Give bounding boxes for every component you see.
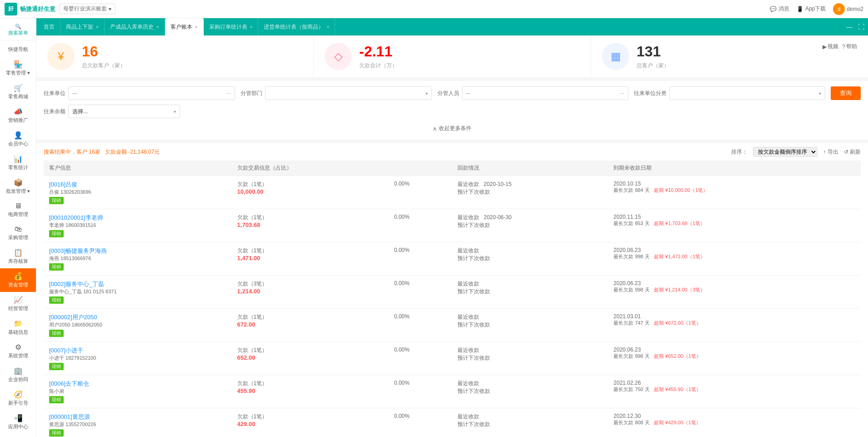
due-date-cell: 2020.10.15 最长欠款 884 天 超期 ¥10,000.00（1笔） — [608, 176, 861, 209]
debt-amount[interactable]: 672.00 — [237, 321, 383, 328]
tab-import-stats[interactable]: 进货单统计表（按商品） × — [258, 18, 335, 35]
filter-unit-class-select[interactable]: ▾ — [669, 86, 825, 100]
customer-phone: 李老师 18600391516 — [49, 222, 226, 229]
top-bar-left: 好 畅捷通好生意 母婴行业演示账套 ▾ — [5, 3, 770, 15]
overdue-link[interactable]: 超期 ¥1,214.00（3笔） — [654, 287, 705, 292]
overdue-link[interactable]: 超期 ¥455.90（1笔） — [654, 387, 701, 392]
filter-balance-select[interactable]: 选择... ▾ — [68, 105, 180, 118]
sidebar-item-inventory[interactable]: 📋 库存核算 — [0, 245, 36, 268]
customer-info-cell: [0002]服务中心_丁磊 服务中心_丁磊 181 0125 8371 现销 — [44, 276, 232, 309]
debt-amount[interactable]: 10,000.00 — [237, 188, 383, 195]
sidebar-item-retail-stats-label: 零售统计 — [8, 165, 28, 170]
sidebar-item-finance[interactable]: 💰 资金管理 — [0, 268, 36, 292]
tab-product-shelf[interactable]: 商品上下架 × — [60, 18, 105, 35]
sidebar-item-enterprise-label: 企业协同 — [8, 377, 28, 382]
filter-source-unit: 往来单位 ··· — [44, 86, 235, 100]
sidebar-item-enterprise[interactable]: 🏢 企业协同 — [0, 363, 36, 387]
customer-name-link[interactable]: [0016]吕俊 — [49, 181, 226, 189]
app-download-button[interactable]: 📱 App下载 — [797, 5, 826, 13]
sidebar-item-basic-info[interactable]: 📁 基础信息 — [0, 316, 36, 339]
sidebar-item-batch-mgmt[interactable]: 📦 批发管理 ▾ — [0, 175, 36, 198]
stat-icon-2: ◇ — [325, 43, 352, 70]
sidebar-item-ecommerce[interactable]: 🖥 电商管理 — [0, 198, 36, 221]
debt-amount[interactable]: 1,703.68 — [237, 221, 383, 228]
help-button[interactable]: ? 帮助 — [842, 43, 857, 50]
customer-name-link[interactable]: [0002]服务中心_丁磊 — [49, 280, 226, 288]
filter-source-unit-input[interactable]: ··· — [68, 86, 235, 100]
tab-product-shelf-close[interactable]: × — [96, 25, 99, 30]
results-debt-value: -21,148.07元 — [128, 149, 160, 155]
debt-ratio-cell: 0.00% — [389, 276, 452, 309]
stat-icon-3: ▦ — [602, 43, 629, 70]
sidebar-search[interactable]: 🔍 搜索菜单 — [0, 22, 36, 40]
debt-count: 欠款（1笔） — [237, 247, 383, 255]
refresh-button[interactable]: ↺ 刷新 — [844, 148, 861, 156]
debt-ratio: 0.00% — [394, 313, 447, 320]
customer-name-link[interactable]: [0006]去下粮仓 — [49, 380, 226, 388]
collapse-button[interactable]: ∧ 收起更多条件 — [44, 123, 861, 134]
overdue-link[interactable]: 超期 ¥1,471.00（1笔） — [654, 254, 705, 259]
tab-home[interactable]: 首页 — [38, 18, 60, 35]
tab-purchase-stats[interactable]: 采购订单统计表 × — [204, 18, 259, 35]
tab-import-stats-close[interactable]: × — [326, 25, 329, 30]
overdue-link[interactable]: 超期 ¥10,000.00（1笔） — [654, 187, 708, 193]
filter-person-input[interactable]: ··· — [462, 86, 629, 100]
filter-dept-select[interactable]: ▾ — [265, 86, 432, 100]
sidebar-item-retail-stats[interactable]: 📊 零售统计 — [0, 151, 36, 175]
debt-info-cell: 欠款（1笔） 672.00 — [232, 309, 389, 342]
overdue-link[interactable]: 超期 ¥672.00（1笔） — [654, 320, 701, 326]
collapse-icon: ∧ — [433, 126, 437, 132]
collect-next: 预计下次收款 — [457, 321, 603, 329]
customer-name-link[interactable]: [0007]小进干 — [49, 347, 226, 355]
customer-name-link[interactable]: [000002]用户2050 — [49, 313, 226, 321]
debt-amount[interactable]: 1,471.00 — [237, 255, 383, 261]
sidebar-item-marketing[interactable]: 📣 营销推广 — [0, 104, 36, 127]
tab-customer-account[interactable]: 客户账本 × — [165, 18, 204, 35]
stat-value-3: 131 — [637, 43, 815, 60]
org-selector[interactable]: 母婴行业演示账套 ▾ — [59, 4, 115, 14]
video-button[interactable]: ▶ 视频 — [823, 43, 838, 50]
tab-purchase-stats-close[interactable]: × — [250, 25, 253, 30]
sidebar-item-operations[interactable]: 📈 经营管理 — [0, 292, 36, 316]
sidebar-item-purchase[interactable]: 🛍 采购管理 — [0, 221, 36, 245]
customer-info-cell: [0016]吕俊 吕俊 13026203696 现销 — [44, 176, 232, 209]
customer-name-link[interactable]: [0003]畅捷服务尹海燕 — [49, 247, 226, 255]
export-button[interactable]: ↑ 导出 — [823, 148, 838, 156]
tab-customer-account-close[interactable]: × — [195, 25, 198, 30]
tab-minimize-button[interactable]: — — [844, 22, 854, 31]
sidebar-item-app-center[interactable]: 📲 应用中心 — [0, 410, 36, 434]
app-download-label: App下载 — [805, 5, 826, 13]
avatar: d — [833, 3, 845, 15]
sidebar-item-system[interactable]: ⚙ 系统管理 — [0, 339, 36, 363]
sidebar-item-wechat[interactable]: 💬 企业微信 — [0, 434, 36, 437]
stat-label-3: 总客户（家） — [637, 62, 815, 70]
sidebar-item-member[interactable]: 👤 会员中心 — [0, 127, 36, 151]
table-row: [0003]畅捷服务尹海燕 海燕 18513066976 现销 欠款（1笔） 1… — [44, 242, 861, 276]
tab-production-history-close[interactable]: × — [156, 25, 159, 30]
sort-select[interactable]: 按欠款金额倒序排序 — [753, 147, 818, 157]
sidebar-item-guide[interactable]: 🧭 新手引导 — [0, 387, 36, 410]
overdue-link[interactable]: 超期 ¥652.00（1笔） — [654, 353, 701, 359]
customer-phone: 用户2050 18665062050 — [49, 321, 226, 328]
debt-amount[interactable]: 1,214.00 — [237, 288, 383, 295]
customer-name-link[interactable]: [000001]黄思源 — [49, 413, 226, 421]
tab-production-history[interactable]: 产成品入库单历史 × — [105, 18, 165, 35]
sidebar-item-inventory-label: 库存核算 — [8, 258, 28, 264]
stat-card-2: ◇ -2.11 欠款合计（万） — [314, 35, 591, 77]
sidebar-item-retail-mgmt[interactable]: 🏪 零售管理 ▾ — [0, 56, 36, 80]
overdue-days: 最长欠款 747 天 超期 ¥672.00（1笔） — [613, 320, 855, 326]
query-button[interactable]: 查询 — [831, 86, 861, 100]
overdue-link[interactable]: 超期 ¥429.00（1笔） — [654, 420, 701, 425]
table-row: [0007]小进干 小进干 18279152100 现销 欠款（1笔） 652.… — [44, 342, 861, 375]
filter-unit-class-label: 往来单位分类 — [634, 90, 667, 97]
message-button[interactable]: 💬 消息 — [770, 5, 789, 13]
sidebar-item-retail-mall[interactable]: 🛒 零售商城 — [0, 80, 36, 104]
tab-maximize-button[interactable]: ⛶ — [856, 22, 866, 31]
filter-dept-label: 分管部门 — [241, 90, 262, 97]
debt-amount[interactable]: 429.00 — [237, 421, 383, 427]
debt-amount[interactable]: 652.00 — [237, 354, 383, 361]
customer-name-link[interactable]: [0001020001]李老师 — [49, 214, 226, 222]
overdue-link[interactable]: 超期 ¥1,703.68（1笔） — [654, 221, 705, 226]
user-avatar-area[interactable]: d demo2 — [833, 3, 863, 15]
debt-amount[interactable]: 455.90 — [237, 387, 383, 394]
